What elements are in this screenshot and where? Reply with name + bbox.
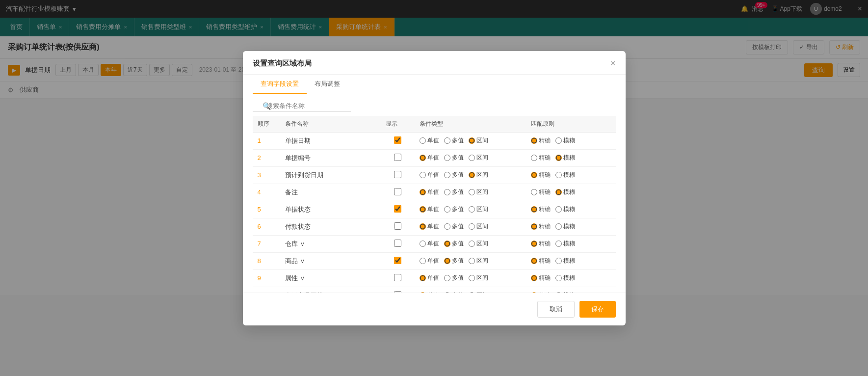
match-radio-模糊[interactable] [555, 275, 562, 281]
type-radio-多值[interactable] [444, 189, 450, 195]
type-radio-区间[interactable] [469, 206, 475, 213]
type-radio-item[interactable]: 多值 [444, 154, 464, 162]
match-radio-item[interactable]: 精确 [531, 136, 551, 145]
display-checkbox[interactable] [394, 222, 401, 230]
match-radio-模糊[interactable] [555, 258, 562, 264]
type-radio-item[interactable]: 区间 [469, 205, 488, 214]
match-radio-item[interactable]: 模糊 [555, 136, 575, 145]
modal-tab-query-fields[interactable]: 查询字段设置 [253, 75, 307, 94]
match-radio-item[interactable]: 精确 [531, 188, 551, 196]
match-radio-模糊[interactable] [555, 223, 562, 230]
display-checkbox[interactable] [394, 171, 401, 178]
match-radio-item[interactable]: 精确 [531, 171, 551, 179]
match-radio-item[interactable]: 模糊 [555, 257, 575, 265]
type-radio-item[interactable]: 多值 [444, 240, 464, 248]
match-radio-精确[interactable] [531, 155, 537, 161]
type-radio-item[interactable]: 单值 [420, 154, 439, 162]
type-radio-多值[interactable] [444, 275, 450, 281]
type-radio-单值[interactable] [420, 189, 426, 195]
match-radio-精确[interactable] [531, 241, 537, 247]
match-radio-item[interactable]: 精确 [531, 257, 551, 265]
display-checkbox[interactable] [394, 257, 401, 264]
match-radio-item[interactable]: 模糊 [555, 154, 575, 162]
type-radio-单值[interactable] [420, 155, 426, 161]
match-radio-精确[interactable] [531, 189, 537, 195]
match-radio-item[interactable]: 模糊 [555, 205, 575, 214]
match-radio-item[interactable]: 精确 [531, 222, 551, 231]
type-radio-区间[interactable] [469, 223, 475, 230]
type-radio-区间[interactable] [469, 172, 475, 178]
match-radio-item[interactable]: 精确 [531, 274, 551, 282]
type-radio-item[interactable]: 多值 [444, 257, 464, 265]
match-radio-精确[interactable] [531, 258, 537, 264]
match-radio-item[interactable]: 模糊 [555, 222, 575, 231]
match-radio-精确[interactable] [531, 223, 537, 230]
type-radio-单值[interactable] [420, 206, 426, 213]
match-radio-item[interactable]: 模糊 [555, 240, 575, 248]
match-radio-模糊[interactable] [555, 137, 562, 144]
type-radio-单值[interactable] [420, 223, 426, 230]
match-radio-精确[interactable] [531, 172, 537, 178]
type-radio-单值[interactable] [420, 258, 426, 264]
type-radio-区间[interactable] [469, 275, 475, 281]
type-radio-item[interactable]: 单值 [420, 205, 439, 214]
type-radio-item[interactable]: 区间 [469, 240, 488, 248]
type-radio-item[interactable]: 多值 [444, 274, 464, 282]
type-radio-item[interactable]: 区间 [469, 222, 488, 231]
type-radio-item[interactable]: 多值 [444, 136, 464, 145]
match-radio-模糊[interactable] [555, 189, 562, 195]
type-radio-item[interactable]: 单值 [420, 240, 439, 248]
type-radio-区间[interactable] [469, 258, 475, 264]
type-radio-item[interactable]: 单值 [420, 188, 439, 196]
display-checkbox[interactable] [394, 240, 401, 247]
type-radio-item[interactable]: 单值 [420, 136, 439, 145]
display-checkbox[interactable] [394, 188, 401, 195]
type-radio-item[interactable]: 单值 [420, 274, 439, 282]
match-radio-精确[interactable] [531, 206, 537, 213]
type-radio-item[interactable]: 多值 [444, 205, 464, 214]
type-radio-item[interactable]: 区间 [469, 154, 488, 162]
type-radio-区间[interactable] [469, 189, 475, 195]
type-radio-item[interactable]: 多值 [444, 188, 464, 196]
match-radio-item[interactable]: 模糊 [555, 171, 575, 179]
type-radio-item[interactable]: 单值 [420, 257, 439, 265]
modal-tab-layout[interactable]: 布局调整 [307, 75, 348, 94]
match-radio-item[interactable]: 模糊 [555, 274, 575, 282]
match-radio-item[interactable]: 精确 [531, 154, 551, 162]
type-radio-item[interactable]: 区间 [469, 188, 488, 196]
match-radio-item[interactable]: 模糊 [555, 188, 575, 196]
match-radio-模糊[interactable] [555, 172, 562, 178]
type-radio-多值[interactable] [444, 172, 450, 178]
type-radio-区间[interactable] [469, 155, 475, 161]
type-radio-item[interactable]: 多值 [444, 222, 464, 231]
type-radio-多值[interactable] [444, 223, 450, 230]
type-radio-区间[interactable] [469, 137, 475, 144]
type-radio-多值[interactable] [444, 155, 450, 161]
type-radio-多值[interactable] [444, 206, 450, 213]
match-radio-模糊[interactable] [555, 206, 562, 213]
match-radio-模糊[interactable] [555, 155, 562, 161]
match-radio-精确[interactable] [531, 275, 537, 281]
type-radio-item[interactable]: 单值 [420, 171, 439, 179]
type-radio-多值[interactable] [444, 258, 450, 264]
match-radio-模糊[interactable] [555, 241, 562, 247]
type-radio-item[interactable]: 多值 [444, 171, 464, 179]
type-radio-单值[interactable] [420, 275, 426, 281]
type-radio-item[interactable]: 区间 [469, 257, 488, 265]
match-radio-item[interactable]: 精确 [531, 205, 551, 214]
modal-close-btn[interactable]: × [610, 59, 616, 68]
type-radio-item[interactable]: 区间 [469, 136, 488, 145]
type-radio-单值[interactable] [420, 172, 426, 178]
type-radio-item[interactable]: 单值 [420, 222, 439, 231]
display-checkbox[interactable] [394, 136, 401, 144]
type-radio-item[interactable]: 区间 [469, 274, 488, 282]
display-checkbox[interactable] [394, 205, 401, 213]
type-radio-多值[interactable] [444, 241, 450, 247]
display-checkbox[interactable] [394, 274, 401, 281]
type-radio-区间[interactable] [469, 241, 475, 247]
display-checkbox[interactable] [394, 154, 401, 161]
type-radio-多值[interactable] [444, 137, 450, 144]
match-radio-精确[interactable] [531, 137, 537, 144]
type-radio-单值[interactable] [420, 137, 426, 144]
type-radio-单值[interactable] [420, 241, 426, 247]
